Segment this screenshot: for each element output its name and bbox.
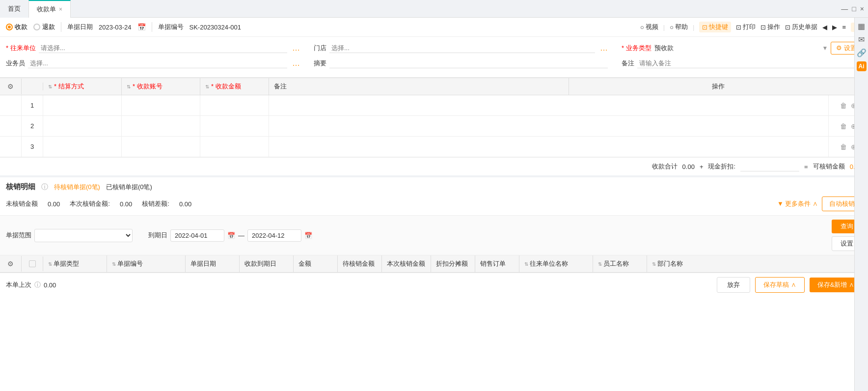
calendar-icon[interactable]: 📅 [137,23,146,31]
window-maximize-btn[interactable]: □ [852,5,856,13]
tab-bar: 首页 收款单 × — □ × [0,0,868,18]
radio-shoukuan[interactable]: 收款 [6,23,27,31]
filter-date-to[interactable] [247,229,301,242]
staff-label: 业务员 [6,59,25,68]
history-icon: ⊡ [785,24,790,31]
partner-input[interactable] [39,43,287,53]
sort-dept-icon[interactable]: ⇅ [652,261,656,267]
filter-range-item: 单据范围 [6,229,133,242]
staff-input[interactable] [28,58,287,68]
td-amount-1[interactable] [200,95,269,115]
video-link[interactable]: ○ 视频 [640,23,658,31]
delete-icon-1[interactable]: 🗑 [840,102,847,110]
window-close-btn[interactable]: × [860,5,864,13]
store-section: 门店 … [314,43,608,53]
sort-account-icon[interactable]: ⇅ [127,84,131,89]
sidebar-link-icon[interactable]: 🔗 [857,48,867,57]
sort-amount-icon[interactable]: ⇅ [205,84,209,89]
delete-icon-3[interactable]: 🗑 [840,143,847,151]
sum-discount-input[interactable] [740,162,799,171]
tab-close-icon[interactable]: × [59,6,62,13]
video-label: 视频 [646,23,658,31]
sort-num-icon[interactable]: ⇅ [112,261,116,267]
tab-active[interactable]: 收款单 × [28,0,71,18]
diff-value: 0.00 [179,200,191,208]
td-settlement-3[interactable] [43,137,122,157]
summary-input[interactable] [329,58,608,68]
td-account-2[interactable] [122,116,200,136]
td-settlement-1[interactable] [43,95,122,115]
select-all-checkbox[interactable] [29,260,36,267]
help-link[interactable]: ○ 帮助 [670,23,688,31]
td-remark-1[interactable] [269,95,829,115]
window-minimize-btn[interactable]: — [841,5,848,13]
nav-prev-btn[interactable]: ◀ [822,24,827,31]
td-account-3[interactable] [122,137,200,157]
td-num-1: 1 [22,95,43,115]
sidebar-table-icon[interactable]: ▦ [858,22,865,31]
biztype-dropdown-icon[interactable]: ▼ [822,45,828,52]
print-link[interactable]: ⊡ 打印 [736,23,756,31]
hexiao-info-icon[interactable]: ⓘ [41,183,48,192]
th-settings[interactable]: ⚙ [0,79,22,94]
radio-tuidan[interactable]: 退款 [33,23,55,31]
hth-this-label: 本次核销金额 [387,259,425,268]
sort-partner-icon[interactable]: ⇅ [524,261,528,267]
print-label: 打印 [743,23,756,31]
more-conditions-btn[interactable]: ▼ 更多条件 ∧ [777,199,818,208]
settings-gear-icon[interactable]: ⚙ [7,83,14,90]
history-link[interactable]: ⊡ 历史单据 [785,23,817,31]
td-remark-3[interactable] [269,137,829,157]
nav-next-btn[interactable]: ▶ [832,24,837,31]
tab-home[interactable]: 首页 [0,0,28,18]
remark-label: 备注 [622,59,634,68]
th-amount-label: * 收款金额 [211,82,241,91]
hth-check[interactable] [22,256,43,271]
right-sidebar: ▦ ✉ 🔗 Ai [854,18,868,391]
th-settlement-label: * 结算方式 [54,82,84,91]
shortcut-link[interactable]: ⊡ 快捷键 [699,22,731,32]
staff-more-icon[interactable]: … [292,59,300,68]
save-new-label: 保存&新增 ∧ [817,280,854,289]
th-account-label: * 收款账号 [133,82,163,91]
sort-settlement-icon[interactable]: ⇅ [48,84,52,89]
partner-more-icon[interactable]: … [292,44,300,53]
radio-shoukuan-label: 收款 [15,23,27,31]
td-remark-2[interactable] [269,116,829,136]
save-draft-button[interactable]: 保存草稿 ∧ [755,277,805,293]
save-draft-label: 保存草稿 ∧ [763,280,796,289]
td-settings-1 [0,95,22,115]
sidebar-mail-icon[interactable]: ✉ [858,35,865,44]
sort-staff-icon[interactable]: ⇅ [598,261,602,267]
store-input[interactable] [329,43,595,53]
filter-range-select[interactable] [34,229,133,242]
table-row: 1 🗑 ⊕ [0,95,868,116]
ops-link[interactable]: ⊡ 操作 [760,23,780,31]
history-label: 历史单据 [792,23,817,31]
form-row-2: 业务员 … 摘要 备注 [6,58,862,68]
view-list-btn[interactable]: ≡ [842,24,846,31]
delete-icon-2[interactable]: 🗑 [840,122,847,130]
filter-date-to-icon[interactable]: 📅 [304,232,312,239]
bottom-info-icon[interactable]: ⓘ [34,280,41,289]
hexiao-tab-done[interactable]: 已核销单据(0笔) [106,183,152,192]
th-remark-label: 备注 [274,82,287,91]
hth-settings[interactable]: ⚙ [0,256,22,272]
td-amount-2[interactable] [200,116,269,136]
sidebar-ai-icon[interactable]: Ai [857,61,867,71]
hexiao-section: 核销明细 ⓘ 待核销单据(0笔) 已核销单据(0笔) 未核销金额 0.00 本次… [0,175,868,391]
td-account-1[interactable] [122,95,200,115]
filter-date-from[interactable] [170,229,224,242]
filter-date-from-icon[interactable]: 📅 [227,232,235,239]
hexiao-tab-pending[interactable]: 待核销单据(0笔) [54,183,100,192]
store-more-icon[interactable]: … [600,44,608,53]
td-settlement-2[interactable] [43,116,122,136]
hth-type-label: 单据类型 [54,259,79,268]
hexiao-settings-gear-icon[interactable]: ⚙ [7,260,14,268]
abandon-button[interactable]: 放弃 [717,277,750,293]
remark-input[interactable] [637,58,862,68]
td-amount-3[interactable] [200,137,269,157]
radio-shoukuan-dot [6,24,13,30]
th-amount: ⇅ * 收款金额 [200,78,269,95]
sort-type-icon[interactable]: ⇅ [48,261,52,267]
